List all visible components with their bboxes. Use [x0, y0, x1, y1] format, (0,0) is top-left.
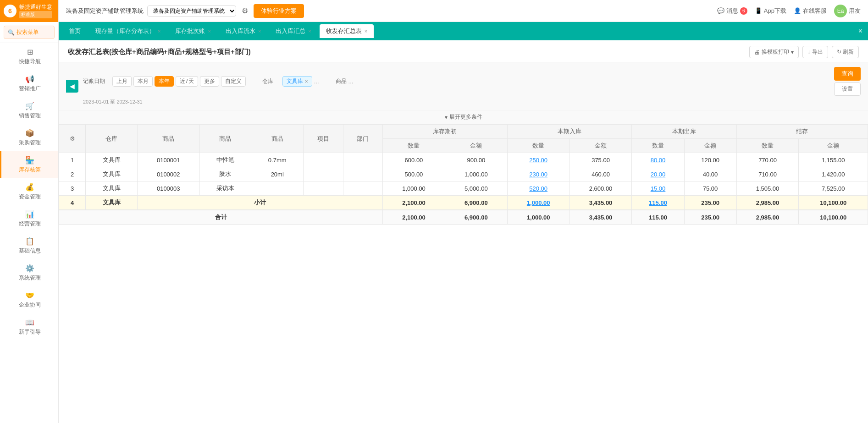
sidebar-item-enterprise[interactable]: 🤝 企业协同: [0, 286, 58, 313]
table-row: 1 文具库 0100001 中性笔 0.7mm 600.00 900.00 25…: [59, 153, 868, 167]
phone-icon: 📱: [755, 7, 762, 14]
user-menu[interactable]: Ea 用友: [834, 5, 861, 17]
sidebar-item-base[interactable]: 📋 基础信息: [0, 232, 58, 259]
expand-more-label: 展开更多条件: [449, 113, 482, 121]
date-btn-more[interactable]: 更多: [200, 76, 219, 87]
tab-close-icon[interactable]: ×: [308, 28, 311, 34]
col-opening-amt-header: 金额: [445, 139, 507, 153]
template-print-button[interactable]: 🖨 换模板打印 ▾: [749, 46, 799, 58]
sidebar-item-marketing[interactable]: 📢 营销推广: [0, 70, 58, 97]
row-out-qty[interactable]: 80.00: [632, 153, 684, 167]
page-header-actions: 🖨 换模板打印 ▾ ↓ 导出 ↻ 刷新: [749, 46, 859, 58]
export-button[interactable]: ↓ 导出: [802, 46, 828, 58]
sidebar-item-label: 经营管理: [19, 220, 41, 228]
sidebar-search-section: 🔍 搜索菜单: [0, 22, 58, 43]
sidebar-item-sales[interactable]: 🛒 销售管理: [0, 97, 58, 124]
tab-receive-summary[interactable]: 收发存汇总表 ×: [320, 24, 374, 38]
subtotal-in-qty[interactable]: 1,000.00: [507, 196, 569, 210]
row-out-qty[interactable]: 20.00: [632, 167, 684, 181]
settings-small-button[interactable]: 设置: [834, 82, 861, 96]
row-in-qty[interactable]: 520.00: [507, 181, 569, 196]
row-dept: [343, 153, 382, 167]
tab-inventory-dist[interactable]: 现存量（库存分布表） ×: [89, 24, 167, 38]
goods-more-button[interactable]: ...: [348, 78, 354, 85]
tab-close-icon[interactable]: ×: [258, 28, 261, 34]
refresh-button[interactable]: ↻ 刷新: [832, 46, 859, 58]
col-goods-code-header: 商品: [137, 125, 199, 153]
row-out-qty[interactable]: 15.00: [632, 181, 684, 196]
row-no: 3: [59, 181, 86, 196]
total-in-qty: 1,000.00: [507, 210, 569, 225]
query-button[interactable]: 查询: [834, 67, 861, 81]
tab-batch[interactable]: 库存批次账 ×: [169, 24, 217, 38]
chevron-down-icon: ▾: [791, 49, 794, 55]
col-settings-header: ⚙: [59, 125, 86, 153]
sidebar: 6 畅捷通好生意 标准版 🔍 搜索菜单 ⊞ 快捷导航 📢 营销推广 🛒 销售管理…: [0, 0, 59, 423]
app-download-button[interactable]: 📱 App下载: [755, 7, 786, 15]
warehouse-tag-close-icon[interactable]: ×: [305, 78, 308, 85]
sidebar-item-operations[interactable]: 📊 经营管理: [0, 205, 58, 232]
subtotal-in-amt: 3,435.00: [569, 196, 632, 210]
message-button[interactable]: 💬 消息 6: [717, 7, 747, 15]
date-btn-custom[interactable]: 自定义: [221, 76, 246, 87]
tab-flow[interactable]: 出入库流水 ×: [219, 24, 267, 38]
sales-icon: 🛒: [25, 102, 34, 110]
date-btn-7days[interactable]: 近7天: [176, 76, 198, 87]
sidebar-item-guide[interactable]: 📖 新手引导: [0, 313, 58, 341]
tab-summary-inout[interactable]: 出入库汇总 ×: [269, 24, 317, 38]
logo-text: 畅捷通好生意: [19, 4, 52, 11]
row-in-qty[interactable]: 230.00: [507, 167, 569, 181]
inventory-icon: 🏪: [25, 156, 34, 165]
subtotal-label: 小计: [137, 196, 382, 210]
row-in-amt: 2,600.00: [569, 181, 632, 196]
tab-close-icon[interactable]: ×: [158, 28, 160, 34]
online-service-button[interactable]: 👤 在线客服: [794, 7, 827, 15]
tab-close-icon[interactable]: ×: [365, 28, 367, 34]
col-balance-amt-header: 金额: [799, 139, 868, 153]
warehouse-more-button[interactable]: ...: [314, 78, 319, 85]
subtotal-out-qty[interactable]: 115.00: [632, 196, 684, 210]
sidebar-item-finance[interactable]: 💰 资金管理: [0, 178, 58, 205]
tab-label: 出入库流水: [226, 27, 255, 35]
export-icon: ↓: [807, 49, 810, 55]
logo-badge: 标准版: [19, 11, 52, 18]
topbar-system-title: 装备及固定资产辅助管理系统: [66, 7, 144, 15]
subtotal-row: 4 文具库 小计 2,100.00 6,900.00 1,000.00 3,43…: [59, 196, 868, 210]
settings-icon[interactable]: ⚙: [240, 5, 250, 17]
row-no: 2: [59, 167, 86, 181]
filter-collapse-button[interactable]: ◀: [66, 80, 78, 93]
table-settings-icon[interactable]: ⚙: [70, 135, 75, 142]
row-goods-code: 0100001: [137, 153, 199, 167]
trial-button[interactable]: 体验行业方案: [254, 4, 304, 18]
date-btn-last-month[interactable]: 上月: [112, 76, 132, 87]
sidebar-item-quick-nav[interactable]: ⊞ 快捷导航: [0, 43, 58, 70]
row-dept: [343, 167, 382, 181]
date-btn-this-year[interactable]: 本年: [155, 76, 174, 87]
row-in-qty[interactable]: 250.00: [507, 153, 569, 167]
sidebar-item-inventory[interactable]: 🏪 库存核算: [0, 151, 58, 178]
tab-close-icon[interactable]: ×: [208, 28, 210, 34]
row-project: [304, 153, 343, 167]
guide-icon: 📖: [25, 318, 34, 327]
col-out-group: 本期出库: [632, 125, 736, 139]
col-opening-group: 库存期初: [383, 125, 508, 139]
filter-row-date: 记账日期 上月 本月 本年 近7天 更多 自定义 仓库: [83, 67, 861, 96]
data-table: ⚙ 仓库 商品 商品 商品 项目 部门 库存期初 本期入库 本期出库 结存: [59, 124, 868, 225]
tabbar-close-icon[interactable]: ×: [857, 25, 864, 37]
warehouse-filter: 仓库 文具库 × ...: [262, 76, 319, 87]
sidebar-item-system[interactable]: ⚙️ 系统管理: [0, 259, 58, 286]
row-project: [304, 181, 343, 196]
topbar-right: 💬 消息 6 📱 App下载 👤 在线客服 Ea 用友: [717, 5, 861, 17]
search-menu-button[interactable]: 🔍 搜索菜单: [4, 26, 55, 39]
subtotal-out-amt: 235.00: [684, 196, 736, 210]
row-balance-qty: 770.00: [736, 153, 799, 167]
warehouse-tag-text: 文具库: [287, 77, 303, 85]
date-btn-this-month[interactable]: 本月: [133, 76, 153, 87]
sidebar-item-purchase[interactable]: 📦 采购管理: [0, 124, 58, 151]
system-select[interactable]: 装备及固定资产辅助管理系统: [147, 5, 236, 16]
tab-home[interactable]: 首页: [62, 24, 87, 38]
col-goods-name-header: 商品: [199, 125, 251, 153]
expand-more-button[interactable]: ▾ 展开更多条件: [59, 110, 868, 124]
total-opening-qty: 2,100.00: [383, 210, 445, 225]
subtotal-opening-qty: 2,100.00: [383, 196, 445, 210]
